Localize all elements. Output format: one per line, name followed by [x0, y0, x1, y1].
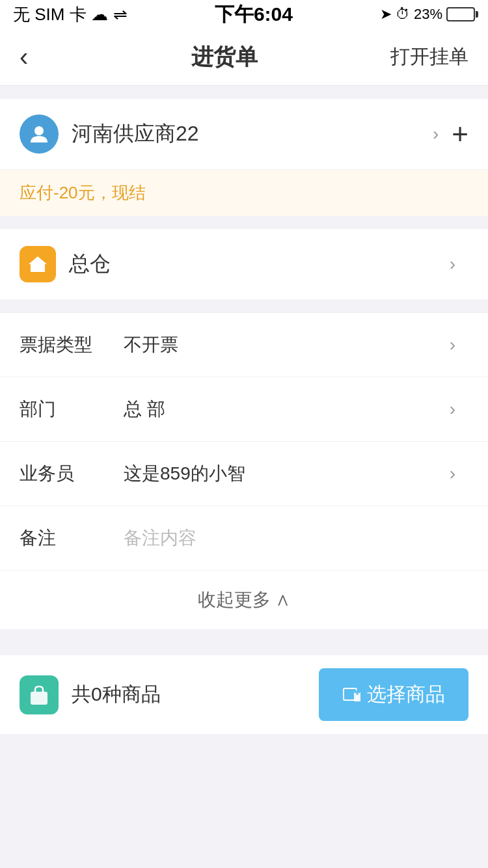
select-product-button[interactable]: 选择商品 — [319, 668, 468, 721]
invoice-value: 不开票 — [111, 332, 450, 357]
supplier-row[interactable]: 河南供应商22 › + — [0, 99, 488, 170]
supplier-section: 河南供应商22 › + 应付-20元，现结 — [0, 99, 488, 216]
content-rest — [0, 734, 488, 868]
dept-label: 部门 — [20, 397, 111, 422]
section-gap-4 — [0, 629, 488, 642]
remark-input[interactable]: 备注内容 — [111, 526, 468, 550]
collapse-button[interactable]: 收起更多 ∧ — [0, 570, 488, 629]
supplier-name: 河南供应商22 — [72, 120, 433, 148]
warehouse-name: 总仓 — [69, 250, 450, 278]
house-icon — [27, 254, 48, 275]
section-gap-3 — [0, 299, 488, 312]
warehouse-icon — [20, 246, 56, 282]
supplier-chevron-icon: › — [433, 124, 439, 144]
salesperson-label: 业务员 — [20, 461, 111, 486]
page-title: 进货单 — [191, 42, 258, 72]
wifi-icon: ⇌ — [113, 5, 128, 25]
status-time: 下午6:04 — [215, 1, 293, 28]
svg-point-0 — [34, 126, 44, 135]
supplier-avatar — [20, 115, 59, 154]
salesperson-chevron-icon: › — [450, 463, 455, 484]
warehouse-chevron-icon: › — [450, 254, 455, 275]
form-row-salesperson[interactable]: 业务员 这是859的小智 › — [0, 441, 488, 506]
status-left: 无 SIM 卡 ☁ ⇌ — [13, 3, 128, 26]
form-row-invoice[interactable]: 票据类型 不开票 › — [0, 312, 488, 377]
alarm-icon: ⏱ — [396, 6, 410, 23]
open-pending-button[interactable]: 打开挂单 — [390, 44, 468, 70]
product-count: 共0种商品 — [72, 681, 319, 708]
status-right: ➤ ⏱ 23% — [380, 6, 475, 23]
form-row-dept[interactable]: 部门 总 部 › — [0, 377, 488, 441]
status-bar: 无 SIM 卡 ☁ ⇌ 下午6:04 ➤ ⏱ 23% — [0, 0, 488, 29]
supplier-notice: 应付-20元，现结 — [0, 170, 488, 216]
warehouse-row[interactable]: 总仓 › — [0, 229, 488, 299]
select-product-label: 选择商品 — [367, 681, 445, 708]
svg-rect-1 — [35, 267, 40, 272]
select-product-icon — [342, 686, 360, 704]
add-supplier-button[interactable]: + — [452, 120, 468, 148]
section-gap-2 — [0, 216, 488, 229]
nav-bar: ‹ 进货单 打开挂单 — [0, 29, 488, 86]
person-icon — [29, 124, 49, 144]
location-icon: ➤ — [380, 6, 392, 23]
form-section: 票据类型 不开票 › 部门 总 部 › 业务员 这是859的小智 › 备注 备注… — [0, 312, 488, 629]
section-gap-1 — [0, 86, 488, 99]
invoice-chevron-icon: › — [450, 334, 455, 355]
invoice-label: 票据类型 — [20, 332, 111, 357]
form-row-remark[interactable]: 备注 备注内容 — [0, 506, 488, 570]
remark-label: 备注 — [20, 526, 111, 550]
back-button[interactable]: ‹ — [20, 42, 59, 72]
sim-label: 无 SIM 卡 ☁ — [13, 3, 108, 26]
salesperson-value: 这是859的小智 — [111, 461, 450, 486]
svg-rect-2 — [31, 692, 47, 705]
bag-icon — [28, 684, 50, 706]
dept-chevron-icon: › — [450, 399, 455, 420]
battery-icon — [446, 7, 475, 21]
product-icon — [20, 675, 59, 714]
dept-value: 总 部 — [111, 397, 450, 422]
product-bar: 共0种商品 选择商品 — [0, 655, 488, 734]
battery-percent: 23% — [414, 6, 442, 23]
